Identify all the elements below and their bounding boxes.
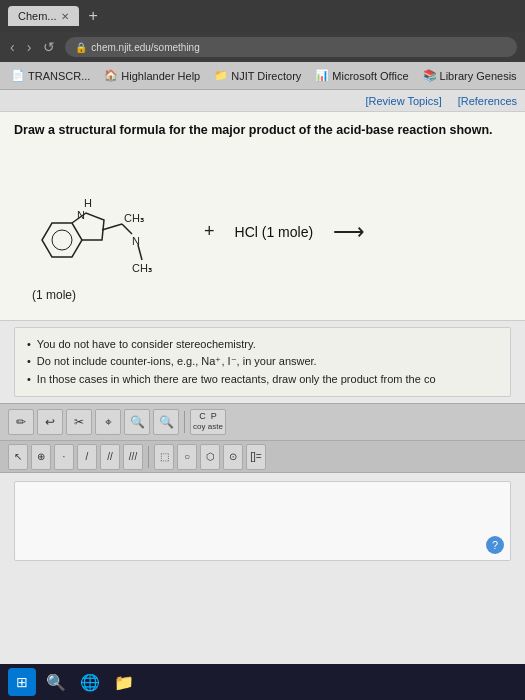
reaction-arrow-area: ⟶ bbox=[333, 219, 365, 245]
files-taskbar-button[interactable]: 📁 bbox=[110, 668, 138, 696]
refresh-button[interactable]: ↺ bbox=[41, 39, 57, 55]
plus-sign: + bbox=[204, 221, 215, 242]
select-tool[interactable]: ↖ bbox=[8, 444, 28, 470]
active-tab[interactable]: Chem... ✕ bbox=[8, 6, 79, 26]
reactant-molecule: H N CH₃ N CH₃ (1 mole) bbox=[24, 162, 184, 302]
question-text: Draw a structural formula for the major … bbox=[14, 122, 511, 140]
svg-text:CH₃: CH₃ bbox=[132, 262, 152, 274]
copy-paste-tool[interactable]: C Pcoy aste bbox=[190, 409, 226, 435]
bookmark-highlander[interactable]: 🏠 Highlander Help bbox=[99, 67, 205, 84]
svg-marker-0 bbox=[42, 223, 82, 257]
search-taskbar-button[interactable]: 🔍 bbox=[42, 668, 70, 696]
lasso-icon: ⌖ bbox=[105, 415, 112, 429]
url-bar[interactable]: 🔒 chem.njit.edu/something bbox=[65, 37, 517, 57]
highlander-icon: 🏠 bbox=[104, 69, 118, 82]
secure-icon: 🔒 bbox=[75, 42, 87, 53]
single-bond-icon: / bbox=[86, 451, 89, 462]
eraser-icon: ✏ bbox=[16, 415, 26, 429]
svg-text:N: N bbox=[77, 209, 85, 221]
hexagon-icon: ⬡ bbox=[206, 451, 215, 462]
zoom-in-icon: 🔍 bbox=[130, 415, 145, 429]
browser-taskbar-icon: 🌐 bbox=[80, 673, 100, 692]
files-taskbar-icon: 📁 bbox=[114, 673, 134, 692]
benzene-ring-tool[interactable]: ⊙ bbox=[223, 444, 243, 470]
references-link[interactable]: [References bbox=[458, 95, 517, 107]
url-text: chem.njit.edu/something bbox=[91, 42, 199, 53]
zoom-out-icon: 🔍 bbox=[159, 415, 174, 429]
hint-3: • In those cases in which there are two … bbox=[27, 371, 498, 389]
bookmark-njit[interactable]: 📁 NJIT Directory bbox=[209, 67, 306, 84]
browser-taskbar-button[interactable]: 🌐 bbox=[76, 668, 104, 696]
sec-toolbar-sep bbox=[148, 446, 149, 468]
cut-tool[interactable]: ✂ bbox=[66, 409, 92, 435]
bookmark-msoffice[interactable]: 📊 Microsoft Office bbox=[310, 67, 413, 84]
bookmark-transcr-label: TRANSCR... bbox=[28, 70, 90, 82]
drawing-toolbar: ✏ ↩ ✂ ⌖ 🔍 🔍 C Pcoy aste bbox=[0, 403, 525, 441]
libgen-icon: 📚 bbox=[423, 69, 437, 82]
start-button[interactable]: ⊞ bbox=[8, 668, 36, 696]
bookmark-transcr[interactable]: 📄 TRANSCR... bbox=[6, 67, 95, 84]
double-bond-tool[interactable]: // bbox=[100, 444, 120, 470]
review-topics-link[interactable]: [Review Topics] bbox=[365, 95, 441, 107]
zoom-out-tool[interactable]: 🔍 bbox=[153, 409, 179, 435]
reaction-arrow: ⟶ bbox=[333, 219, 365, 245]
tab-label: Chem... bbox=[18, 10, 57, 22]
transcr-icon: 📄 bbox=[11, 69, 25, 82]
triple-bond-tool[interactable]: /// bbox=[123, 444, 143, 470]
bookmark-libgen-label: Library Genesis bbox=[440, 70, 517, 82]
hint-1: • You do not have to consider stereochem… bbox=[27, 336, 498, 354]
scissors-icon: ✂ bbox=[74, 415, 84, 429]
new-tab-button[interactable]: + bbox=[85, 7, 102, 25]
reactant-mole-label: (1 mole) bbox=[32, 288, 76, 302]
bookmark-libgen[interactable]: 📚 Library Genesis bbox=[418, 67, 522, 84]
main-content: [Review Topics] [References Draw a struc… bbox=[0, 90, 525, 672]
hint-3-text: In those cases in which there are two re… bbox=[37, 371, 436, 389]
tab-close-button[interactable]: ✕ bbox=[61, 11, 69, 22]
svg-text:CH₃: CH₃ bbox=[124, 212, 144, 224]
add-tool[interactable]: ⊕ bbox=[31, 444, 51, 470]
cursor-icon: ↖ bbox=[14, 451, 22, 462]
square-icon: ⬚ bbox=[160, 451, 169, 462]
njit-icon: 📁 bbox=[214, 69, 228, 82]
svg-line-5 bbox=[122, 224, 132, 234]
bookmark-highlander-label: Highlander Help bbox=[121, 70, 200, 82]
hints-area: • You do not have to consider stereochem… bbox=[14, 327, 511, 398]
svg-line-8 bbox=[138, 245, 142, 260]
reagent-label: HCl (1 mole) bbox=[235, 224, 314, 240]
molecule-svg: H N CH₃ N CH₃ bbox=[24, 162, 184, 307]
zoom-in-tool[interactable]: 🔍 bbox=[124, 409, 150, 435]
hexagon-ring-tool[interactable]: ⬡ bbox=[200, 444, 220, 470]
forward-button[interactable]: › bbox=[25, 39, 34, 55]
browser-chrome: Chem... ✕ + bbox=[0, 0, 525, 32]
circle-ring-tool[interactable]: ○ bbox=[177, 444, 197, 470]
triple-bond-icon: /// bbox=[129, 451, 137, 462]
address-bar: ‹ › ↺ 🔒 chem.njit.edu/something bbox=[0, 32, 525, 62]
hint-2-text: Do not include counter-ions, e.g., Na⁺, … bbox=[37, 353, 317, 371]
hint-2: • Do not include counter-ions, e.g., Na⁺… bbox=[27, 353, 498, 371]
canvas-hint-circle: ? bbox=[486, 536, 504, 554]
question-area: Draw a structural formula for the major … bbox=[0, 112, 525, 321]
bookmark-njit-label: NJIT Directory bbox=[231, 70, 301, 82]
secondary-toolbar: ↖ ⊕ · / // /// ⬚ ○ ⬡ ⊙ []= bbox=[0, 441, 525, 473]
lasso-tool[interactable]: ⌖ bbox=[95, 409, 121, 435]
hint-1-text: You do not have to consider stereochemis… bbox=[37, 336, 256, 354]
toolbar-separator bbox=[184, 411, 185, 433]
eraser-tool[interactable]: ✏ bbox=[8, 409, 34, 435]
single-bond-tool[interactable]: / bbox=[77, 444, 97, 470]
bookmark-msoffice-label: Microsoft Office bbox=[332, 70, 408, 82]
dot-tool[interactable]: · bbox=[54, 444, 74, 470]
undo-tool[interactable]: ↩ bbox=[37, 409, 63, 435]
bookmarks-bar: 📄 TRANSCR... 🏠 Highlander Help 📁 NJIT Di… bbox=[0, 62, 525, 90]
bracket-tool[interactable]: []= bbox=[246, 444, 266, 470]
svg-text:H: H bbox=[84, 197, 92, 209]
double-bond-icon: // bbox=[107, 451, 113, 462]
undo-icon: ↩ bbox=[45, 415, 55, 429]
back-button[interactable]: ‹ bbox=[8, 39, 17, 55]
bracket-icon: []= bbox=[250, 451, 261, 462]
drawing-canvas[interactable]: ? bbox=[14, 481, 511, 561]
search-taskbar-icon: 🔍 bbox=[46, 673, 66, 692]
cp-label: C Pcoy aste bbox=[193, 412, 223, 432]
windows-icon: ⊞ bbox=[16, 674, 28, 690]
circle-icon: ○ bbox=[184, 451, 190, 462]
square-ring-tool[interactable]: ⬚ bbox=[154, 444, 174, 470]
